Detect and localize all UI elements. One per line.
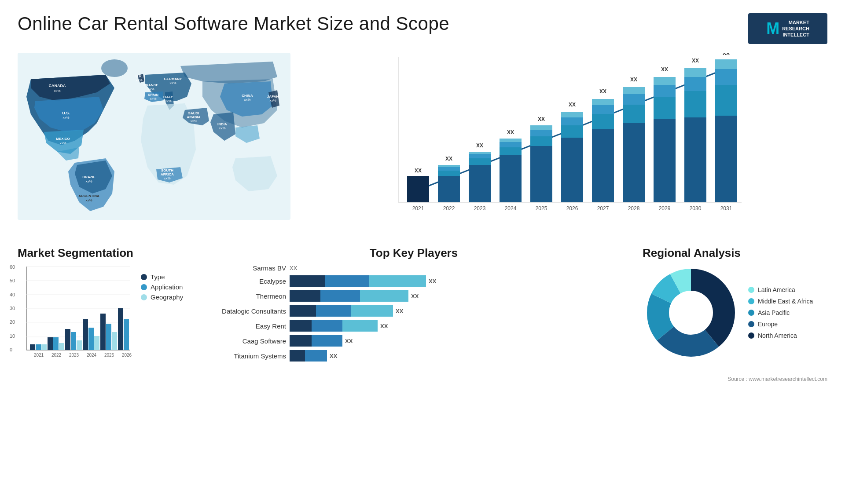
player-name-caagsoftware: Caag Software	[207, 337, 286, 345]
svg-rect-43	[715, 59, 737, 69]
svg-rect-15	[500, 139, 522, 142]
map-value-uk: xx%	[136, 78, 142, 82]
seg-bar-2022-app	[53, 337, 59, 350]
year-2021: 2021	[412, 205, 424, 212]
ecalypse-seg3	[369, 275, 426, 287]
datalogic-seg1	[290, 305, 316, 317]
svg-rect-22	[530, 146, 552, 202]
player-row-titanium: Titanium Systems XX	[207, 350, 621, 362]
svg-rect-29	[592, 114, 614, 129]
map-label-spain: SPAIN	[148, 93, 158, 97]
caagsoftware-seg1	[290, 335, 312, 347]
seg-xlabel-2023: 2023	[69, 353, 79, 358]
map-label-germany: GERMANY	[164, 77, 183, 81]
svg-rect-37	[654, 97, 676, 119]
map-label-saudi: SAUDI	[188, 111, 199, 115]
player-name-titanium: Titanium Systems	[207, 352, 286, 360]
legend-dot-mea	[748, 298, 754, 304]
svg-rect-14	[469, 165, 491, 202]
seg-xlabel-2021: 2021	[34, 353, 44, 358]
legend-geography-dot	[141, 294, 147, 300]
easyrent-seg3	[342, 320, 378, 332]
player-bar-caagsoftware: XX	[290, 335, 621, 347]
svg-rect-25	[561, 125, 583, 138]
bar-label-2026: XX	[569, 102, 576, 108]
svg-rect-10	[438, 176, 460, 202]
player-name-datalogic: Datalogic Consultants	[207, 307, 286, 315]
bar-label-2024: XX	[507, 129, 514, 135]
seg-y-30: 30	[10, 306, 15, 311]
svg-rect-19	[530, 125, 552, 130]
map-value-saudi: xx%	[190, 119, 197, 123]
svg-rect-46	[715, 116, 737, 202]
svg-rect-39	[684, 68, 706, 77]
thermeon-seg1	[290, 290, 320, 302]
segmentation-section: Market Segmentation 60 50 40 30 20 10 0	[18, 246, 185, 365]
logo-box: M MARKETRESEARCHINTELLECT	[748, 13, 827, 44]
year-2026: 2026	[566, 205, 578, 212]
seg-bar-chart: 2021 2022 2023 2024	[18, 264, 132, 361]
svg-rect-30	[592, 129, 614, 202]
year-2031: 2031	[720, 205, 732, 212]
svg-rect-21	[530, 136, 552, 146]
legend-latin-america: Latin America	[748, 286, 813, 293]
map-value-argentina: xx%	[85, 198, 92, 202]
map-value-china: xx%	[244, 98, 250, 102]
seg-bar-2025-geo	[112, 332, 117, 350]
player-row-caagsoftware: Caag Software XX	[207, 335, 621, 347]
svg-rect-12	[469, 154, 491, 158]
svg-rect-18	[500, 155, 522, 202]
legend-dot-north-america	[748, 332, 754, 339]
legend-geography-label: Geography	[151, 293, 183, 301]
svg-rect-9	[438, 171, 460, 176]
map-value-canada: xx%	[54, 89, 60, 93]
seg-xlabel-2026: 2026	[122, 353, 132, 358]
donut-center	[670, 292, 712, 334]
player-row-sarmasbv: Sarmas BV XX	[207, 264, 621, 272]
legend-label-asia-pacific: Asia Pacific	[758, 309, 790, 316]
legend-mea: Middle East & Africa	[748, 298, 813, 305]
svg-rect-13	[469, 158, 491, 165]
legend-dot-europe	[748, 321, 754, 327]
player-value-sarmasbv: XX	[290, 265, 297, 271]
legend-application: Application	[141, 283, 183, 291]
seg-y-10: 10	[10, 333, 15, 339]
svg-rect-20	[530, 130, 552, 136]
legend-dot-asia-pacific	[748, 310, 754, 316]
svg-rect-7	[438, 165, 460, 167]
year-2027: 2027	[597, 205, 609, 212]
growth-chart: XX 2021 XX 2022 XX 2023	[304, 53, 827, 229]
caagsoftware-seg2	[312, 335, 342, 347]
svg-point-1	[101, 59, 128, 77]
seg-xlabel-2022: 2022	[51, 353, 62, 358]
seg-bar-2024-app	[88, 328, 94, 350]
svg-rect-11	[469, 152, 491, 154]
svg-rect-17	[500, 147, 522, 155]
player-row-easyrent: Easy Rent XX	[207, 320, 621, 332]
legend-label-latin-america: Latin America	[758, 286, 795, 293]
datalogic-seg2	[316, 305, 351, 317]
seg-bar-2026-type	[118, 308, 123, 350]
legend-dot-latin-america	[748, 287, 754, 293]
svg-rect-42	[684, 117, 706, 202]
map-label-france: FRANCE	[143, 83, 158, 87]
seg-bar-2022-geo	[59, 343, 64, 350]
logo-m-icon: M	[766, 19, 779, 38]
map-value-mexico: xx%	[59, 141, 66, 145]
logo-area: M MARKETRESEARCHINTELLECT	[748, 13, 827, 44]
player-name-thermeon: Thermeon	[207, 292, 286, 300]
donut-legend: Latin America Middle East & Africa Asia …	[748, 286, 813, 339]
easyrent-seg1	[290, 320, 312, 332]
seg-y-60: 60	[10, 264, 15, 270]
map-value-spain: xx%	[150, 97, 156, 101]
year-2030: 2030	[690, 205, 702, 212]
bar-label-2023: XX	[476, 142, 483, 149]
map-label-japan: JAPAN	[267, 95, 279, 99]
seg-bar-2021-app	[36, 344, 41, 350]
ecalypse-seg2	[325, 275, 369, 287]
seg-bar-2025-app	[106, 324, 111, 350]
source-text: Source : www.marketresearchintellect.com	[0, 376, 845, 382]
bar-label-2022: XX	[445, 156, 452, 162]
thermeon-seg3	[360, 290, 408, 302]
svg-rect-38	[654, 119, 676, 202]
